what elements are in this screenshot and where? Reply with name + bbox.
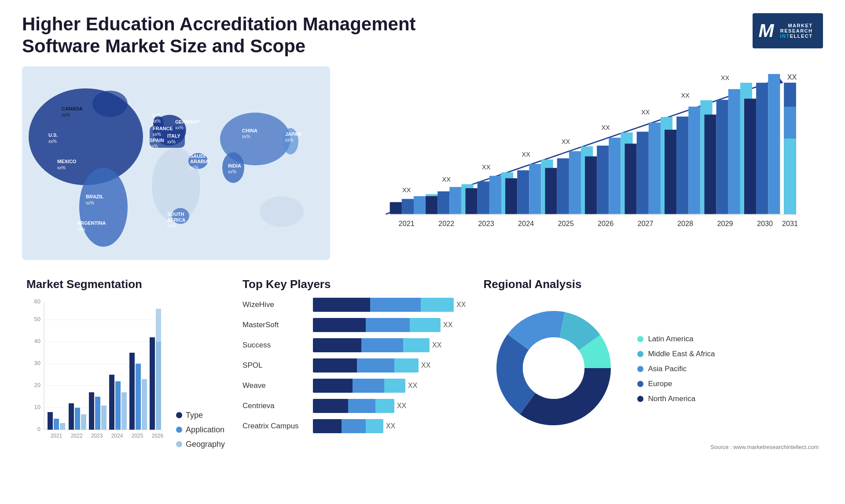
- player-xx-spol: XX: [421, 362, 430, 369]
- svg-text:GERMANY: GERMANY: [175, 119, 200, 124]
- bar-seg2: [348, 399, 375, 413]
- svg-rect-145: [129, 353, 135, 430]
- svg-text:xx%: xx%: [167, 223, 176, 228]
- player-xx-weave: XX: [408, 382, 417, 390]
- svg-text:ARGENTINA: ARGENTINA: [77, 220, 106, 226]
- legend-mea-label: Middle East & Africa: [648, 350, 715, 358]
- player-bar-wrap-centrieva: XX: [313, 399, 466, 413]
- legend-geography: Geography: [176, 440, 225, 449]
- svg-text:30: 30: [34, 360, 40, 366]
- svg-rect-85: [637, 131, 649, 214]
- player-bar-mastersoft: [313, 318, 441, 332]
- svg-text:xx%: xx%: [190, 165, 198, 170]
- bar-chart-container: 2021 XX 2022 XX 2023 XX: [343, 66, 823, 260]
- svg-rect-97: [716, 100, 728, 214]
- logo-text: MARKET RESEARCH INTELLECT: [775, 19, 817, 42]
- svg-text:2022: 2022: [438, 219, 454, 227]
- player-row-spol: SPOL XX: [242, 358, 466, 373]
- svg-rect-90: [665, 130, 676, 214]
- player-row-wizehive: WizeHive XX: [242, 298, 466, 312]
- svg-point-158: [523, 337, 584, 399]
- svg-text:SAUDI: SAUDI: [190, 153, 205, 159]
- svg-text:40: 40: [34, 338, 40, 344]
- bar-seg2: [361, 338, 403, 352]
- svg-rect-133: [69, 403, 74, 430]
- bar-chart-svg: 2021 XX 2022 XX 2023 XX: [348, 71, 814, 238]
- svg-text:2021: 2021: [399, 219, 415, 227]
- svg-rect-60: [466, 188, 478, 214]
- svg-text:JAPAN: JAPAN: [285, 131, 301, 137]
- player-bar-weave: [313, 379, 405, 393]
- bar-seg3: [375, 399, 394, 413]
- player-bar-success: [313, 338, 430, 352]
- player-xx-creatrix: XX: [386, 422, 395, 430]
- svg-text:XX: XX: [522, 151, 530, 158]
- svg-rect-91: [676, 117, 688, 214]
- svg-text:2021: 2021: [51, 433, 62, 439]
- logo-brand-line3: INTELLECT: [780, 33, 812, 39]
- page-title: Higher Education Accreditation Managemen…: [22, 13, 418, 58]
- svg-rect-62: [489, 176, 501, 214]
- segmentation-svg: 0 10 20 30 40 50 60: [26, 298, 167, 456]
- svg-text:0: 0: [37, 426, 40, 432]
- svg-rect-149: [150, 337, 155, 430]
- svg-rect-102: [744, 99, 756, 214]
- svg-text:xx%: xx%: [150, 144, 158, 149]
- svg-rect-147: [142, 379, 147, 430]
- player-xx-mastersoft: XX: [443, 321, 452, 329]
- svg-text:SOUTH: SOUTH: [167, 212, 184, 217]
- legend-application: Application: [176, 425, 225, 435]
- bar-seg1: [313, 298, 370, 312]
- svg-rect-130: [54, 419, 59, 430]
- legend-mea-dot: [637, 351, 643, 357]
- svg-rect-73: [557, 158, 569, 214]
- svg-text:2023: 2023: [91, 433, 103, 439]
- player-bar-wrap-mastersoft: XX: [313, 318, 466, 332]
- svg-text:MEXICO: MEXICO: [57, 159, 77, 164]
- bar-seg1: [313, 318, 366, 332]
- svg-rect-110: [784, 106, 796, 138]
- regional-title: Regional Analysis: [483, 278, 819, 291]
- svg-text:2024: 2024: [111, 433, 123, 439]
- player-bar-centrieva: [313, 399, 394, 413]
- bar-seg2: [370, 298, 421, 312]
- player-row-weave: Weave XX: [242, 379, 466, 393]
- player-xx-success: XX: [432, 341, 441, 349]
- svg-text:INDIA: INDIA: [228, 163, 241, 168]
- svg-rect-103: [756, 83, 768, 214]
- svg-rect-78: [585, 156, 597, 214]
- legend-application-label: Application: [186, 425, 224, 435]
- svg-text:XX: XX: [402, 186, 411, 194]
- player-name-weave: Weave: [242, 381, 309, 390]
- svg-text:xx%: xx%: [242, 134, 250, 139]
- player-row-centrieva: Centrieva XX: [242, 399, 466, 413]
- svg-text:xx%: xx%: [228, 169, 236, 174]
- page-container: Higher Education Accreditation Managemen…: [0, 0, 845, 504]
- player-bar-wrap-success: XX: [313, 338, 466, 352]
- svg-rect-72: [545, 168, 557, 214]
- svg-rect-92: [688, 106, 700, 214]
- svg-text:2025: 2025: [558, 219, 574, 227]
- logo-area: M MARKET RESEARCH INTELLECT: [753, 13, 823, 48]
- player-row-mastersoft: MasterSoft XX: [242, 318, 466, 332]
- svg-text:U.S.: U.S.: [48, 132, 58, 138]
- key-players-title: Top Key Players: [242, 278, 466, 291]
- segmentation-title: Market Segmentation: [26, 278, 225, 291]
- bottom-section: Market Segmentation 0 10 20 30 40 5: [22, 273, 823, 504]
- legend-north-america-dot: [637, 396, 643, 402]
- player-name-success: Success: [242, 341, 309, 350]
- legend-type-dot: [176, 412, 182, 418]
- legend-asia-pacific-dot: [637, 366, 643, 372]
- player-bar-spol: [313, 358, 419, 373]
- svg-text:BRAZIL: BRAZIL: [86, 194, 104, 199]
- svg-rect-146: [136, 364, 141, 430]
- svg-rect-80: [609, 138, 621, 214]
- svg-text:60: 60: [34, 298, 40, 305]
- player-name-spol: SPOL: [242, 361, 309, 370]
- svg-text:xx%: xx%: [77, 227, 85, 232]
- svg-text:XX: XX: [641, 108, 650, 115]
- legend-geography-dot: [176, 441, 182, 447]
- legend-north-america-label: North America: [648, 394, 695, 403]
- svg-text:XX: XX: [681, 91, 690, 99]
- svg-text:20: 20: [34, 382, 40, 388]
